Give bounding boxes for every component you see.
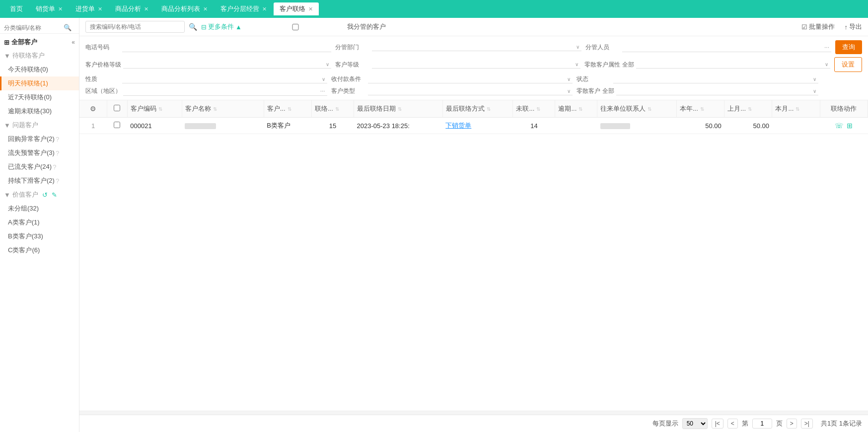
grid-action-icon[interactable]: ⊞: [847, 122, 853, 130]
close-icon[interactable]: ✕: [58, 6, 63, 12]
th-code[interactable]: 客户编码 ⇅: [127, 100, 182, 118]
phone-input[interactable]: [122, 43, 331, 52]
adv-field-retail: 零散客户 全部 ∨: [577, 87, 818, 95]
sidebar: 🔍 ⊞ 全部客户 « ▼ 待联络客户 今天待联络(0) 明天待联络(1) 近7天…: [0, 18, 79, 432]
sidebar-item-overdue[interactable]: 逾期未联络(30): [0, 104, 79, 118]
sidebar-item-declining[interactable]: 持续下滑客户(2) ?: [0, 174, 79, 188]
nav-purchase-order[interactable]: 进货单 ✕: [70, 2, 108, 15]
retail-attr-select[interactable]: ∨: [636, 61, 830, 69]
all-customers-title[interactable]: ⊞ 全部客户 «: [0, 36, 79, 49]
nav-product-analysis[interactable]: 商品分析 ✕: [109, 2, 154, 15]
th-this-month[interactable]: 本月... ⇅: [772, 100, 820, 118]
th-gear[interactable]: ⚙: [79, 100, 107, 118]
close-icon[interactable]: ✕: [203, 6, 208, 12]
th-last-month[interactable]: 上月... ⇅: [724, 100, 772, 118]
prev-page-btn[interactable]: <: [727, 419, 738, 429]
th-contact[interactable]: 联络... ⇅: [312, 100, 354, 118]
nature-select[interactable]: ∨: [122, 75, 327, 83]
row-last-way: 下销货单: [442, 118, 513, 134]
row-checkbox[interactable]: [114, 122, 120, 128]
nav-customer-tier[interactable]: 客户分层经营 ✕: [215, 2, 273, 15]
search-input[interactable]: [85, 21, 185, 33]
nav-customer-contact[interactable]: 客户联络 ✕: [274, 2, 319, 15]
customer-level-select[interactable]: ∨: [372, 61, 581, 69]
search-icon[interactable]: 🔍: [189, 23, 197, 31]
nav-product-analysis-list[interactable]: 商品分析列表 ✕: [155, 2, 214, 15]
sidebar-item-lost[interactable]: 已流失客户(24) ?: [0, 160, 79, 174]
sidebar-pending-group: ▼ 待联络客户: [0, 49, 79, 63]
nav-sales-order[interactable]: 销货单 ✕: [30, 2, 69, 15]
sort-icon: ⇅: [536, 106, 540, 112]
close-icon[interactable]: ✕: [144, 6, 148, 12]
refresh-icon[interactable]: ↺: [42, 191, 48, 199]
per-page-select[interactable]: 50 100 200: [682, 418, 708, 429]
row-check[interactable]: [107, 118, 127, 134]
phone-action-icon[interactable]: ☏: [835, 122, 844, 130]
sidebar-item-tomorrow[interactable]: 明天待联络(1): [0, 76, 79, 90]
sidebar-item-class-b[interactable]: B类客户(33): [0, 229, 79, 243]
th-year[interactable]: 本年... ⇅: [676, 100, 724, 118]
customer-type-select[interactable]: ∨: [368, 87, 573, 95]
th-unit-contact[interactable]: 往来单位联系人 ⇅: [597, 100, 677, 118]
adv-field-dept: 分管部门 ∨: [335, 43, 581, 52]
th-last-way[interactable]: 最后联络方式 ⇅: [442, 100, 513, 118]
payment-select[interactable]: ∨: [368, 75, 573, 83]
main-layout: 🔍 ⊞ 全部客户 « ▼ 待联络客户 今天待联络(0) 明天待联络(1) 近7天…: [0, 18, 868, 432]
sidebar-item-lost-warning[interactable]: 流失预警客户(3) ?: [0, 146, 79, 160]
horizontal-scrollbar[interactable]: [79, 411, 868, 415]
chevron-down-icon: ∨: [576, 44, 579, 50]
chevron-down-icon: ∨: [322, 76, 325, 82]
sort-icon: ⇅: [648, 106, 651, 112]
edit-icon[interactable]: ✎: [52, 191, 57, 199]
close-icon[interactable]: ✕: [98, 6, 102, 12]
my-customers-checkbox[interactable]: [246, 24, 345, 30]
arrow-down-icon: ▼: [4, 52, 10, 60]
dots-icon: ···: [320, 87, 325, 94]
row-uncontact: 14: [513, 118, 555, 134]
close-icon[interactable]: ✕: [308, 6, 313, 12]
th-checkbox[interactable]: [107, 100, 127, 118]
price-level-select[interactable]: ∨: [123, 61, 331, 69]
sidebar-search-input[interactable]: [4, 24, 64, 31]
more-conditions-btn[interactable]: ⊟ 更多条件 ▲: [201, 22, 242, 31]
sidebar-search-icon[interactable]: 🔍: [64, 24, 72, 31]
th-overdue[interactable]: 逾期... ⇅: [555, 100, 597, 118]
retail-select[interactable]: ∨: [616, 87, 818, 95]
row-unit-contact: ████: [597, 118, 677, 134]
th-type[interactable]: 客户... ⇅: [264, 100, 311, 118]
sidebar-item-ungroup[interactable]: 未分组(32): [0, 202, 79, 216]
batch-op-button[interactable]: ☑ 批量操作: [801, 22, 835, 31]
query-button[interactable]: 查询: [835, 40, 862, 54]
filter-bar: 🔍 ⊟ 更多条件 ▲ 我分管的客户 ☑ 批量操作 ↑ 导出: [79, 18, 868, 36]
export-button[interactable]: ↑ 导出: [845, 22, 863, 31]
sidebar-problem-group: ▼ 问题客户: [0, 118, 79, 132]
sidebar-item-class-c[interactable]: C类客户(6): [0, 243, 79, 257]
region-select[interactable]: ···: [123, 86, 327, 96]
sidebar-item-7days[interactable]: 近7天待联络(0): [0, 90, 79, 104]
page-number-input[interactable]: [752, 419, 772, 429]
close-icon[interactable]: ✕: [262, 6, 267, 12]
gear-icon[interactable]: ⚙: [90, 105, 96, 113]
dept-select[interactable]: ∨: [372, 43, 581, 51]
status-select[interactable]: ∨: [613, 75, 818, 83]
th-last-date[interactable]: 最后联络日期 ⇅: [354, 100, 443, 118]
sidebar-item-repurchase-abnormal[interactable]: 回购异常客户(2) ?: [0, 132, 79, 146]
sidebar-item-class-a[interactable]: A类客户(1): [0, 216, 79, 229]
th-uncontact[interactable]: 未联... ⇅: [513, 100, 555, 118]
sort-icon: ⇅: [748, 106, 752, 112]
sort-icon: ⇅: [796, 106, 799, 112]
customer-table: ⚙ 客户编码 ⇅ 客户名称: [79, 100, 868, 134]
person-select[interactable]: ···: [622, 43, 831, 52]
last-page-btn[interactable]: >|: [801, 419, 813, 429]
th-action: 联络动作: [820, 100, 868, 118]
last-way-link[interactable]: 下销货单: [445, 122, 471, 129]
next-page-btn[interactable]: >: [787, 419, 797, 429]
nav-home[interactable]: 首页: [4, 2, 29, 15]
th-name[interactable]: 客户名称 ⇅: [182, 100, 264, 118]
sidebar-item-today[interactable]: 今天待联络(0): [0, 63, 79, 76]
first-page-btn[interactable]: |<: [712, 419, 723, 429]
select-all-checkbox[interactable]: [114, 105, 120, 111]
adv-field-phone: 电话号码: [85, 43, 331, 52]
chevron-down-icon: ∨: [575, 62, 579, 67]
reset-button[interactable]: 设置: [834, 57, 862, 72]
